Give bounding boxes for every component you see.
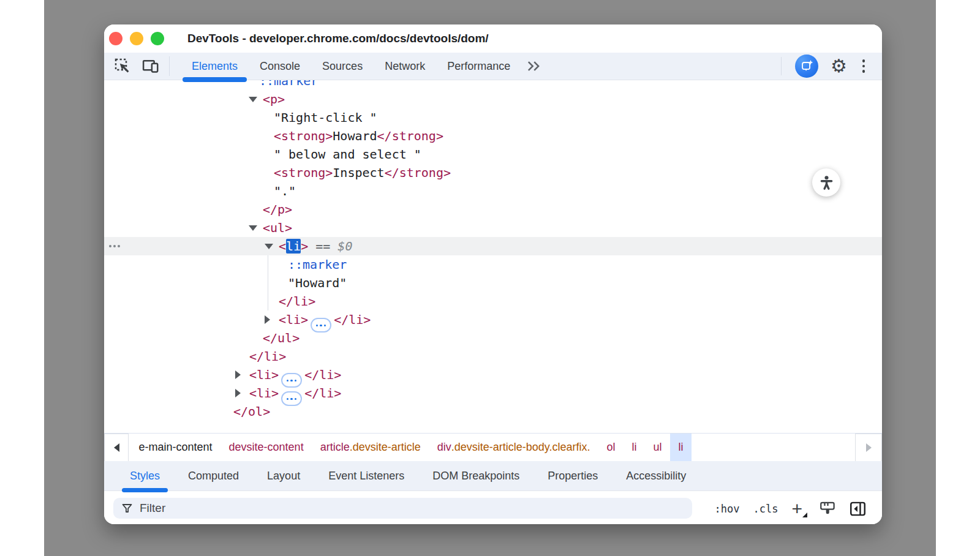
expand-arrow-down-icon[interactable] xyxy=(249,225,257,231)
tab-elements[interactable]: Elements xyxy=(181,53,249,80)
expand-arrow-down-icon[interactable] xyxy=(249,97,257,102)
dom-tree-row[interactable]: "Right-click " xyxy=(104,108,882,127)
tab-label: Elements xyxy=(192,60,238,73)
dom-tree-row[interactable]: <strong>Howard</strong> xyxy=(104,127,882,145)
breadcrumb-part: e-main-content xyxy=(139,441,213,454)
more-panels-button[interactable] xyxy=(526,60,541,72)
breadcrumb-scroll-left-button[interactable] xyxy=(104,434,129,461)
dom-token-tag: </ul> xyxy=(263,331,300,345)
dom-tree-row[interactable]: ::marker xyxy=(104,255,882,274)
dom-token-tag: </li> xyxy=(304,367,341,382)
dom-tree-row[interactable]: </p> xyxy=(104,200,882,219)
styles-filter-input[interactable]: Filter xyxy=(113,498,692,519)
dom-tree-row[interactable]: <ul> xyxy=(104,219,882,237)
dom-token-tag: </li> xyxy=(334,312,371,327)
dom-tree-row[interactable]: <p> xyxy=(104,90,882,108)
dom-tree-row[interactable]: <li></li> xyxy=(104,384,882,402)
breadcrumb-item[interactable]: div.devsite-article-body.clearfix. xyxy=(429,434,598,461)
dom-tree-row[interactable]: </ol> xyxy=(104,402,882,421)
breadcrumb-part: .devsite-article-body.clearfix. xyxy=(451,441,590,454)
tab-accessibility[interactable]: Accessibility xyxy=(612,461,700,490)
element-classes-button[interactable]: .cls xyxy=(753,503,778,515)
plus-icon: + xyxy=(791,498,802,519)
expand-arrow-down-icon[interactable] xyxy=(265,244,273,249)
dom-token-text: " below and select " xyxy=(274,147,421,162)
new-style-rule-button[interactable]: + xyxy=(791,500,806,518)
devtools-toolbar: ElementsConsoleSourcesNetworkPerformance xyxy=(104,53,882,80)
dom-token-tag: </strong> xyxy=(377,129,443,143)
toolbar-separator xyxy=(169,56,170,76)
tab-computed[interactable]: Computed xyxy=(174,461,253,490)
tab-label: Performance xyxy=(447,60,510,73)
zoom-window-button[interactable] xyxy=(151,32,164,45)
settings-button[interactable]: ⚙ xyxy=(829,56,849,76)
dom-tree-row[interactable]: <strong>Inspect</strong> xyxy=(104,163,882,182)
styles-pane-controls: :hov .cls + xyxy=(715,491,866,524)
toggle-element-state-button[interactable]: :hov xyxy=(715,503,740,515)
dom-token-tag: <ul> xyxy=(263,220,292,235)
breadcrumb-item[interactable]: ul xyxy=(645,434,670,461)
rendering-emulation-button[interactable] xyxy=(820,501,836,517)
dom-tree: ::marker<p>"Right-click "<strong>Howard<… xyxy=(104,80,882,433)
breadcrumb-item[interactable]: e-main-content xyxy=(130,434,221,461)
active-tab-underline xyxy=(122,488,168,492)
breadcrumb-scroll-right-button[interactable] xyxy=(855,434,882,461)
dom-token-tag: </li> xyxy=(304,386,341,400)
breadcrumb-item[interactable]: devsite-content xyxy=(221,434,312,461)
tab-label: Accessibility xyxy=(626,470,686,483)
tab-label: Styles xyxy=(130,470,160,483)
breadcrumb-part: devsite-content xyxy=(229,441,304,454)
tab-sources[interactable]: Sources xyxy=(311,53,374,80)
tab-label: Event Listeners xyxy=(328,470,404,483)
tab-dom-breakpoints[interactable]: DOM Breakpoints xyxy=(418,461,533,490)
inspect-element-button[interactable] xyxy=(113,56,132,76)
toggle-sidebar-button[interactable] xyxy=(850,501,866,517)
expand-arrow-right-icon[interactable] xyxy=(235,370,241,379)
breadcrumb-item[interactable]: li xyxy=(624,434,645,461)
panel-tabs: ElementsConsoleSourcesNetworkPerformance xyxy=(181,53,521,80)
dom-tree-row-selected[interactable]: <li> == $0 xyxy=(104,237,882,255)
ai-assistance-icon xyxy=(799,59,814,73)
breadcrumb-item[interactable]: ol xyxy=(598,434,624,461)
breadcrumb-part: .devsite-article xyxy=(350,441,421,454)
device-toolbar-icon xyxy=(141,57,160,75)
tab-network[interactable]: Network xyxy=(374,53,436,80)
tab-performance[interactable]: Performance xyxy=(436,53,521,80)
dom-tree-row[interactable]: </ul> xyxy=(104,329,882,347)
dom-token-eq: == xyxy=(308,239,337,254)
tab-event-listeners[interactable]: Event Listeners xyxy=(314,461,418,490)
tab-properties[interactable]: Properties xyxy=(533,461,612,490)
dom-token-text: "Howard" xyxy=(288,276,347,290)
close-window-button[interactable] xyxy=(109,32,123,45)
expand-arrow-right-icon[interactable] xyxy=(265,315,270,324)
dom-token-text: "Right-click " xyxy=(274,110,377,125)
dom-tree-row[interactable]: " below and select " xyxy=(104,145,882,163)
dom-token-dollar: $0 xyxy=(337,239,352,254)
dom-tree-row[interactable]: <li></li> xyxy=(104,310,882,329)
toggle-device-toolbar-button[interactable] xyxy=(141,56,160,76)
expand-arrow-right-icon[interactable] xyxy=(235,389,241,397)
dom-token-tag: </ol> xyxy=(233,404,270,419)
dom-tree-row[interactable]: "Howard" xyxy=(104,274,882,292)
devtools-window: DevTools - developer.chrome.com/docs/dev… xyxy=(104,24,882,524)
dom-token-text: "." xyxy=(274,184,296,198)
dom-tree-row[interactable]: "." xyxy=(104,182,882,200)
caret-icon xyxy=(802,513,807,517)
customize-devtools-button[interactable] xyxy=(860,57,868,75)
dom-tree-row[interactable]: </li> xyxy=(104,292,882,310)
tab-layout[interactable]: Layout xyxy=(253,461,314,490)
row-overflow-dots-icon[interactable] xyxy=(109,237,120,255)
dom-tree-row[interactable]: </li> xyxy=(104,347,882,366)
tab-styles[interactable]: Styles xyxy=(116,461,174,490)
breadcrumb-item[interactable]: article.devsite-article xyxy=(312,434,429,461)
tab-label: Sources xyxy=(322,60,363,73)
styles-filter-bar: Filter :hov .cls + xyxy=(104,491,882,524)
toolbar-separator xyxy=(781,57,782,75)
tab-console[interactable]: Console xyxy=(249,53,311,80)
minimize-window-button[interactable] xyxy=(130,32,143,45)
ai-assistance-button[interactable] xyxy=(795,54,818,78)
dom-token-text: Inspect xyxy=(333,165,384,180)
dom-tree-row[interactable]: <li></li> xyxy=(104,366,882,384)
breadcrumb-item-selected[interactable]: li xyxy=(670,434,692,461)
window-title: DevTools - developer.chrome.com/docs/dev… xyxy=(187,32,489,45)
